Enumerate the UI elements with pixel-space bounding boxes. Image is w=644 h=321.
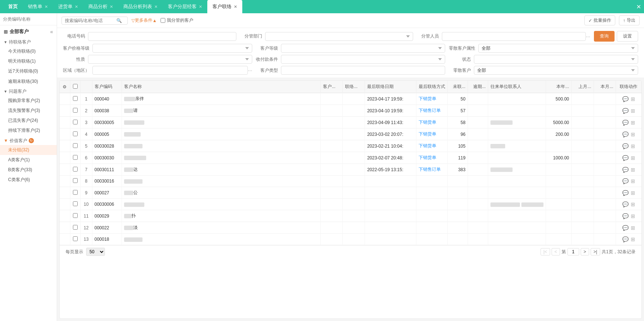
last-method-link[interactable]: 下销货单 xyxy=(419,120,436,125)
th-contact[interactable]: 联络... xyxy=(343,81,365,93)
tab-customer-contact-close[interactable]: ✕ xyxy=(234,4,237,9)
tab-product-analysis[interactable]: 商品分析 ✕ xyxy=(83,0,118,13)
row-checkbox[interactable] xyxy=(73,155,78,160)
my-customers-checkbox[interactable]: 我分管的客户 xyxy=(161,17,193,24)
region-input[interactable] xyxy=(92,66,248,75)
grid-action-icon[interactable]: ⊞ xyxy=(631,96,635,102)
grid-action-icon[interactable]: ⊞ xyxy=(631,131,635,137)
th-last-date[interactable]: 最后联络日期 xyxy=(365,81,416,93)
th-overdue[interactable]: 逾期... xyxy=(468,81,488,93)
last-method-link[interactable]: 下销售订单 xyxy=(419,108,441,113)
row-checkbox[interactable] xyxy=(73,108,78,113)
th-year[interactable]: 本年... xyxy=(546,81,571,93)
message-icon[interactable]: 💬 xyxy=(622,96,629,102)
customer-level-select[interactable] xyxy=(281,44,445,53)
th-this-month[interactable]: 本月... xyxy=(594,81,616,93)
sidebar-item-class-a[interactable]: A类客户(1) xyxy=(0,155,57,165)
query-button[interactable]: 查询 xyxy=(594,31,615,42)
tab-product-list-close[interactable]: ✕ xyxy=(154,4,158,9)
region-dots-icon[interactable]: ··· xyxy=(248,67,252,73)
sidebar-collapse-btn[interactable]: « xyxy=(50,29,53,35)
zero-retail-select[interactable]: 全部 xyxy=(474,66,638,75)
phone-input[interactable] xyxy=(88,32,236,41)
th-last-method[interactable]: 最后联络方式 xyxy=(416,81,448,93)
grid-action-icon[interactable]: ⊞ xyxy=(631,178,635,184)
sidebar-item-7days[interactable]: 近7天待联络(0) xyxy=(0,66,57,76)
manager-input[interactable] xyxy=(442,32,586,41)
tab-purchase-close[interactable]: ✕ xyxy=(75,4,78,9)
page-next-btn[interactable]: > xyxy=(581,248,589,255)
grid-action-icon[interactable]: ⊞ xyxy=(631,201,635,207)
more-filters-btn[interactable]: ▽ 更多条件 ▲ xyxy=(131,17,157,24)
tab-home[interactable]: 首页 xyxy=(3,0,23,13)
grid-action-icon[interactable]: ⊞ xyxy=(631,120,635,126)
tab-product-analysis-close[interactable]: ✕ xyxy=(110,4,113,9)
last-method-link[interactable]: 下销货单 xyxy=(419,143,436,148)
grid-action-icon[interactable]: ⊞ xyxy=(631,236,635,242)
page-input[interactable] xyxy=(567,248,579,255)
row-checkbox[interactable] xyxy=(73,213,78,218)
th-code[interactable]: 客户编码 xyxy=(92,81,122,93)
my-customers-check[interactable] xyxy=(161,18,165,23)
sidebar-search-input[interactable] xyxy=(3,17,57,22)
sidebar-item-tomorrow[interactable]: 明天待联络(1) xyxy=(0,56,57,66)
row-checkbox[interactable] xyxy=(73,201,78,206)
row-checkbox[interactable] xyxy=(73,190,78,195)
message-icon[interactable]: 💬 xyxy=(622,108,629,114)
message-icon[interactable]: 💬 xyxy=(622,178,629,184)
sidebar-item-declining[interactable]: 持续下滑客户(2) xyxy=(0,126,57,135)
last-method-link[interactable]: 下销货单 xyxy=(419,96,436,101)
tab-sales[interactable]: 销售单 ✕ xyxy=(23,0,53,13)
payment-select[interactable] xyxy=(281,55,445,64)
sidebar-group-value[interactable]: ▼ 价值客户 ↻ xyxy=(0,136,57,145)
search-input[interactable] xyxy=(65,18,116,23)
message-icon[interactable]: 💬 xyxy=(622,143,629,149)
tab-sales-close[interactable]: ✕ xyxy=(45,4,48,9)
message-icon[interactable]: 💬 xyxy=(622,190,629,196)
message-icon[interactable]: 💬 xyxy=(622,120,629,126)
message-icon[interactable]: 💬 xyxy=(622,201,629,207)
th-not-listed[interactable]: 未联... xyxy=(448,81,468,93)
search-icon[interactable]: 🔍 xyxy=(116,18,122,23)
sidebar-item-overdue[interactable]: 逾期未联络(30) xyxy=(0,77,57,87)
tab-customer-tier-close[interactable]: ✕ xyxy=(199,4,202,9)
zero-retail-attr-select[interactable]: 全部 xyxy=(478,44,638,53)
grid-action-icon[interactable]: ⊞ xyxy=(631,108,635,114)
sidebar-group-pending[interactable]: ▼ 待联络客户 xyxy=(0,37,57,46)
grid-action-icon[interactable]: ⊞ xyxy=(631,190,635,196)
batch-ops-button[interactable]: ✓ 批量操作 xyxy=(584,15,615,25)
row-checkbox[interactable] xyxy=(73,131,78,136)
message-icon[interactable]: 💬 xyxy=(622,131,629,137)
nature-select[interactable] xyxy=(88,55,252,64)
tab-customer-tier[interactable]: 客户分层经客 ✕ xyxy=(163,0,207,13)
th-cat[interactable]: 客户... xyxy=(321,81,343,93)
sidebar-item-ungroup[interactable]: 未分组(32) xyxy=(0,145,57,155)
message-icon[interactable]: 💬 xyxy=(622,213,629,219)
page-size-select[interactable]: 50 100 200 xyxy=(86,248,105,256)
last-method-link[interactable]: 下销货单 xyxy=(419,155,436,160)
th-last-month[interactable]: 上月... xyxy=(571,81,594,93)
reset-button[interactable]: 设置 xyxy=(617,31,638,42)
row-checkbox[interactable] xyxy=(73,167,78,172)
select-all-checkbox[interactable] xyxy=(73,84,78,89)
th-setting[interactable]: ⚙ xyxy=(60,81,70,93)
page-last-btn[interactable]: >| xyxy=(591,248,600,255)
message-icon[interactable]: 💬 xyxy=(622,155,629,161)
grid-action-icon[interactable]: ⊞ xyxy=(631,167,635,173)
row-checkbox[interactable] xyxy=(73,120,78,124)
message-icon[interactable]: 💬 xyxy=(622,225,629,231)
sidebar-all-customers[interactable]: ⊞ 全部客户 « xyxy=(0,25,57,37)
grid-action-icon[interactable]: ⊞ xyxy=(631,143,635,149)
grid-action-icon[interactable]: ⊞ xyxy=(631,225,635,231)
th-partner[interactable]: 往来单位联系人 xyxy=(488,81,546,93)
sidebar-item-abnormal[interactable]: 囤购异常客户(2) xyxy=(0,96,57,106)
sidebar-item-today[interactable]: 今天待联络(0) xyxy=(0,46,57,56)
settings-icon[interactable]: ⚙ xyxy=(63,84,67,89)
th-name[interactable]: 客户名称 xyxy=(122,81,321,93)
page-prev-btn[interactable]: < xyxy=(552,248,560,255)
sidebar-group-problem[interactable]: ▼ 问题客户 xyxy=(0,87,57,96)
row-checkbox[interactable] xyxy=(73,96,78,101)
row-checkbox[interactable] xyxy=(73,143,78,148)
sidebar-item-churned[interactable]: 已流失客户(24) xyxy=(0,116,57,126)
message-icon[interactable]: 💬 xyxy=(622,167,629,173)
